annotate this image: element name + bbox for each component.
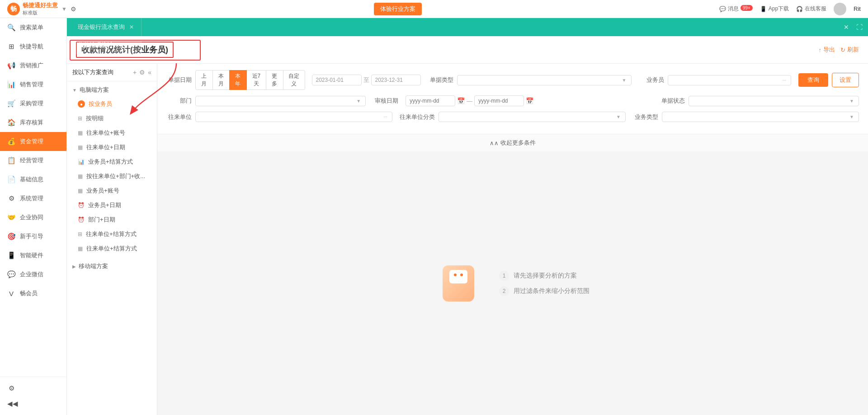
tab-bank-flow[interactable]: 现金银行流水查询✕	[71, 18, 142, 36]
date-end-input[interactable]	[371, 75, 421, 85]
scheme-item-sales-account[interactable]: ▦业务员+账号	[67, 184, 157, 198]
scheme-item-unit-settle1[interactable]: ⊞往来单位+结算方式	[67, 227, 157, 241]
dept-dropdown-icon: ▼	[356, 99, 361, 104]
message-badge: 99+	[741, 5, 753, 11]
date-last7[interactable]: 近7天	[246, 70, 266, 90]
scheme-item-label-dept-date: 部门+日期	[88, 216, 115, 224]
sidebar-item-settings[interactable]: ⚙	[0, 381, 66, 396]
messages-button[interactable]: 💬 消息 99+	[719, 5, 753, 13]
tab-collection-stat[interactable]: 收款情况统计✕	[71, 36, 142, 54]
tab-label-collection-stat: 收款情况统计	[78, 41, 113, 49]
scheme-item-dept-date[interactable]: ⏰部门+日期	[67, 212, 157, 227]
main-content: 🏠首页现金银行流水查询✕收款情况统计✕ ✕ ⛶ 收款情况统计(按业务员) ↑ 导…	[67, 18, 868, 415]
biz-type-select[interactable]: ▼	[662, 112, 859, 122]
sidebar-icon-system: ⚙	[7, 194, 15, 203]
scheme-collapse-button[interactable]: «	[148, 69, 151, 76]
filter-row-1: 单据日期 上月 本月 本年 近7天 更多 自定义	[166, 70, 859, 90]
query-button[interactable]: 查询	[798, 73, 828, 87]
scheme-item-unit-account[interactable]: ▦往来单位+账号	[67, 126, 157, 140]
sidebar-item-system[interactable]: ⚙ 系统管理	[0, 189, 66, 208]
date-this-year[interactable]: 本年	[229, 70, 247, 90]
collapse-bar[interactable]: ∧∧ 收起更多条件	[157, 134, 868, 151]
scheme-item-sales-date[interactable]: ⏰业务员+日期	[67, 198, 157, 212]
scheme-item-label-by-detail: 按明细	[86, 114, 104, 123]
review-date-label: 审核日期	[373, 97, 398, 105]
sidebar-item-collapse[interactable]: ◀◀	[0, 396, 66, 411]
sidebar-item-enterprise[interactable]: 🤝 企业协同	[0, 208, 66, 227]
scheme-item-by-salesperson[interactable]: ●按业务员	[67, 97, 157, 111]
review-start-input[interactable]	[406, 95, 455, 106]
date-custom[interactable]: 自定义	[283, 70, 305, 90]
scheme-section-title-mobile[interactable]: ▶ 移动端方案	[67, 259, 157, 273]
date-last-month[interactable]: 上月	[195, 70, 213, 90]
sidebar-item-finance[interactable]: 💰 资金管理	[0, 132, 66, 151]
filter-docstatus-item: 单据状态 ▼	[660, 96, 859, 106]
date-this-month[interactable]: 本月	[212, 70, 230, 90]
sidebar: 🔍 搜索菜单 ⊞ 快捷导航 📢 营销推广 📊 销售管理 🛒 采购管理 🏠 库存核…	[0, 18, 67, 415]
sidebar-item-inventory[interactable]: 🏠 库存核算	[0, 113, 66, 132]
biz-type-label: 业务类型	[633, 113, 658, 121]
window-maximize-icon[interactable]: ⛶	[854, 24, 864, 31]
unit-category-select[interactable]: ▼	[439, 112, 626, 122]
sidebar-label-purchase: 采购管理	[20, 99, 43, 108]
filter-biz-type-item: 业务类型 ▼	[633, 112, 859, 122]
sidebar-item-member[interactable]: V 畅会员	[0, 284, 66, 303]
scheme-item-unit-date[interactable]: ▦往来单位+日期	[67, 140, 157, 155]
sidebar-item-new-guide[interactable]: 🎯 新手引导	[0, 227, 66, 246]
scheme-add-button[interactable]: +	[133, 69, 137, 76]
trial-button[interactable]: 体验行业方案	[374, 3, 422, 15]
filter-unit-item: 往来单位 ···	[166, 112, 392, 122]
scheme-item-label-sales-date: 业务员+日期	[88, 201, 121, 209]
sidebar-item-quick-nav[interactable]: ⊞ 快捷导航	[0, 37, 66, 56]
sidebar-item-enterprise-wechat[interactable]: 💬 企业微信	[0, 265, 66, 284]
scheme-section-title-pc[interactable]: ▼ 电脑端方案	[67, 83, 157, 97]
doctype-select[interactable]: ▼	[457, 75, 632, 85]
settings-icon[interactable]: ⚙	[71, 5, 76, 13]
review-end-input[interactable]	[474, 95, 524, 106]
online-service-button[interactable]: 🎧 在线客服	[796, 5, 826, 13]
salesperson-select[interactable]: ···	[668, 75, 792, 85]
calendar-icon-start: 📅	[457, 97, 465, 104]
salesperson-dropdown-icon: ···	[783, 78, 786, 83]
app-download-button[interactable]: 📱 App下载	[760, 5, 789, 13]
sidebar-item-purchase[interactable]: 🛒 采购管理	[0, 94, 66, 113]
sidebar-label-system: 系统管理	[20, 194, 43, 203]
unit-select[interactable]: ···	[195, 112, 392, 122]
user-avatar[interactable]	[834, 3, 846, 15]
refresh-button[interactable]: ↻ 刷新	[840, 46, 859, 54]
sidebar-item-sales[interactable]: 📊 销售管理	[0, 75, 66, 94]
sidebar-icon-marketing: 📢	[7, 61, 15, 70]
scheme-item-unit-dept-coll[interactable]: ▦按往来单位+部门+收...	[67, 169, 157, 184]
sidebar-item-basic-info[interactable]: 📄 基础信息	[0, 170, 66, 189]
scheme-settings-button[interactable]: ⚙	[139, 69, 145, 76]
section-arrow-pc: ▼	[72, 88, 77, 93]
scheme-item-by-detail[interactable]: ⊞按明细	[67, 111, 157, 126]
tab-close-collection-stat[interactable]: ✕	[118, 42, 122, 48]
scheme-item-unit-settle2[interactable]: ▦往来单位+结算方式	[67, 241, 157, 256]
logo-dropdown-icon[interactable]: ▼	[61, 6, 67, 12]
sidebar-item-smart-hw[interactable]: 📱 智能硬件	[0, 246, 66, 265]
robot-face	[449, 270, 467, 283]
salesperson-label: 业务员	[639, 76, 664, 84]
top-bar-right: 💬 消息 99+ 📱 App下载 🎧 在线客服 Rit	[719, 3, 861, 15]
sidebar-item-marketing[interactable]: 📢 营销推广	[0, 56, 66, 75]
tab-close-bank-flow[interactable]: ✕	[129, 24, 134, 30]
date-start-input[interactable]	[312, 75, 362, 85]
filter-row-2: 部门 ▼ 审核日期 📅	[166, 95, 859, 106]
set-button[interactable]: 设置	[832, 73, 859, 87]
dept-label: 部门	[166, 97, 192, 105]
sidebar-item-operations[interactable]: 📋 经营管理	[0, 151, 66, 170]
filter-doctype-item: 单据类型 ▼	[428, 75, 632, 85]
docstatus-select[interactable]: ▼	[689, 96, 859, 106]
unit-label: 往来单位	[166, 113, 192, 121]
export-button[interactable]: ↑ 导出	[819, 46, 835, 54]
date-more[interactable]: 更多	[266, 70, 283, 90]
dept-select[interactable]: ▼	[195, 96, 366, 106]
section-arrow-mobile: ▶	[72, 264, 76, 269]
top-bar: 畅 畅捷通好生意 标准版 ▼ ⚙ 体验行业方案 💬 消息 99+ 📱 App下载…	[0, 0, 868, 18]
window-close-icon[interactable]: ✕	[842, 24, 851, 31]
sidebar-icon-purchase: 🛒	[7, 99, 15, 108]
sidebar-item-search-menu[interactable]: 🔍 搜索菜单	[0, 18, 66, 37]
scheme-item-label-unit-dept-coll: 按往来单位+部门+收...	[86, 172, 145, 180]
scheme-item-sales-settle[interactable]: 📊业务员+结算方式	[67, 155, 157, 169]
